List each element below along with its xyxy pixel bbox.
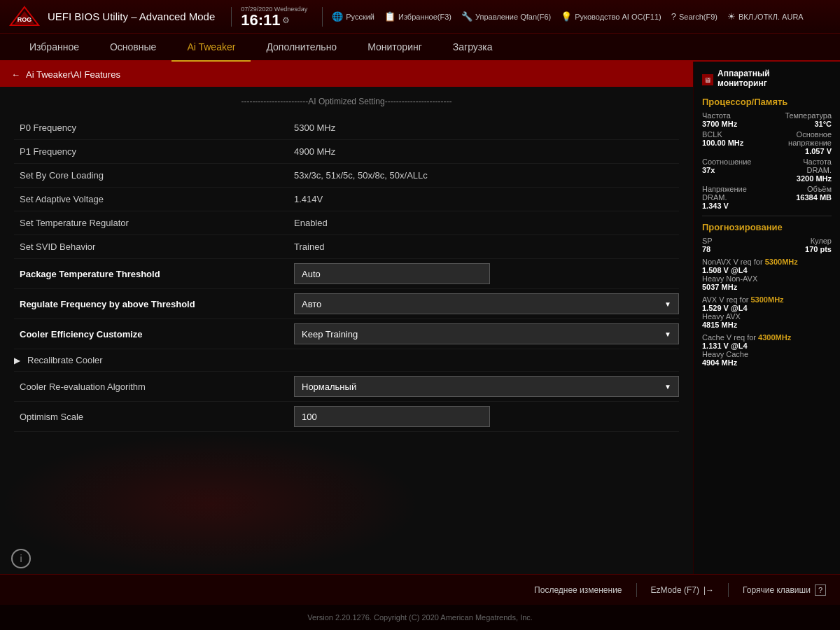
chevron-down-icon-3: ▼ [664, 383, 671, 391]
ezmode-label: EzMode (F7) [651, 585, 699, 595]
setting-p1-frequency: P1 Frequency 4900 MHz [14, 140, 679, 164]
back-arrow-icon[interactable]: ← [11, 69, 20, 80]
nav-ai-tweaker[interactable]: Ai Tweaker [172, 34, 251, 62]
sidebar-mem-size-key: Объём [796, 185, 832, 193]
setting-adaptive-voltage-value: 1.414V [294, 194, 679, 204]
nav-monitor[interactable]: Мониторинг [352, 34, 438, 62]
sidebar-nonavx-row: NonAVX V req for 5300MHz 1.508 V @L4 Hea… [702, 258, 832, 291]
bottom-divider-1 [636, 583, 637, 597]
last-change-button[interactable]: Последнее изменение [534, 585, 622, 595]
bios-title: UEFI BIOS Utility – Advanced Mode [48, 10, 215, 22]
sidebar-cache-freq: 4300MHz [758, 333, 791, 342]
setting-core-loading: Set By Core Loading 53x/3c, 51x/5c, 50x/… [14, 164, 679, 188]
sidebar-forecast-title: Прогнозирование [702, 222, 832, 232]
pkg-temp-input[interactable] [294, 263, 490, 284]
settings-content: ------------------------AI Optimized Set… [0, 87, 693, 574]
language-label: Русский [346, 13, 374, 21]
aura-icon: ☀ [727, 11, 736, 22]
cooler-algo-select[interactable]: Нормальный ▼ [294, 376, 679, 397]
aioc-icon: 💡 [561, 11, 572, 22]
sidebar-ratio-row: Соотношение 37x ЧастотаDRAM. 3200 MHz [702, 158, 832, 183]
regulate-freq-value: Авто [302, 299, 321, 309]
search-label: Search(F9) [679, 13, 718, 21]
recalibrate-arrow-icon: ▶ [14, 356, 20, 365]
info-icon[interactable]: i [11, 549, 31, 568]
sidebar-sp-row: SP 78 Кулер 170 pts [702, 237, 832, 253]
sidebar-avx-val: 1.529 V @L4 [702, 304, 832, 312]
ezmode-button[interactable]: EzMode (F7) |→ [651, 585, 714, 595]
setting-svid-value: Trained [294, 241, 679, 252]
main-layout: ← Ai Tweaker\AI Features ---------------… [0, 62, 840, 574]
ezmode-icon: |→ [704, 585, 714, 595]
setting-cooler-efficiency: Cooler Efficiency Customize Keep Trainin… [14, 319, 679, 349]
sidebar-avx-type-val: 4815 MHz [702, 321, 832, 329]
sidebar-avx-type-key: Heavy AVX [702, 312, 832, 321]
language-icon: 🌐 [332, 11, 343, 22]
favorites-button[interactable]: 📋 Избранное(F3) [384, 11, 451, 22]
cooler-efficiency-value: Keep Training [302, 329, 358, 340]
sidebar-dram-freq-key: ЧастотаDRAM. [797, 158, 832, 174]
setting-core-loading-label: Set By Core Loading [14, 170, 294, 181]
sidebar-cache-row: Cache V req for 4300MHz 1.131 V @L4 Heav… [702, 333, 832, 367]
setting-cooler-efficiency-label: Cooler Efficiency Customize [14, 329, 294, 340]
sidebar-nonavx-freq: 5300MHz [765, 258, 798, 266]
setting-core-loading-value: 53x/3c, 51x/5c, 50x/8c, 50x/ALLc [294, 170, 679, 181]
setting-optimism-label: Optimism Scale [14, 412, 294, 422]
setting-p1-value: 4900 MHz [294, 146, 679, 157]
qfan-icon: 🔧 [461, 11, 472, 22]
nav-main[interactable]: Основные [94, 34, 172, 62]
nav-advanced[interactable]: Дополнительно [251, 34, 352, 62]
sidebar-cache-type-key: Heavy Cache [702, 350, 832, 358]
setting-optimism-scale: Optimism Scale [14, 402, 679, 432]
svg-text:ROG: ROG [18, 16, 32, 23]
sidebar-sp-key: SP [702, 237, 713, 245]
chevron-down-icon-2: ▼ [664, 330, 671, 338]
aura-button[interactable]: ☀ ВКЛ./ОТКЛ. AURA [727, 11, 804, 22]
sidebar-ratio-key: Соотношение [702, 158, 751, 166]
search-button[interactable]: ? Search(F9) [671, 11, 718, 22]
search-icon: ? [671, 11, 676, 22]
gear-icon[interactable]: ⚙ [282, 15, 290, 25]
setting-pkg-temp: Package Temperature Threshold [14, 259, 679, 289]
recalibrate-label[interactable]: Recalibrate Cooler [24, 355, 103, 365]
nav-favorites[interactable]: Избранное [14, 34, 94, 62]
hotkeys-button[interactable]: Горячие клавиши ? [743, 584, 826, 596]
nav-boot[interactable]: Загрузка [438, 34, 508, 62]
ai-header: ------------------------AI Optimized Set… [14, 94, 679, 109]
qfan-button[interactable]: 🔧 Управление Qfan(F6) [461, 11, 551, 22]
setting-temp-regulator-label: Set Temperature Regulator [14, 218, 294, 228]
sidebar-voltage-key: Основноенапряжение [788, 130, 832, 147]
sidebar-monitor-header: 🖥 Аппаратныймониторинг [702, 69, 832, 91]
optimism-scale-input[interactable] [294, 406, 490, 427]
favorites-label: Избранное(F3) [398, 13, 451, 21]
setting-optimism-input-wrapper [294, 406, 679, 427]
sidebar-dram-v-row: НапряжениеDRAM. 1.343 V Объём 16384 MB [702, 185, 832, 210]
sidebar-freq-row: Частота 3700 MHz Температура 31°C [702, 111, 832, 128]
bottom-divider-2 [728, 583, 729, 597]
clock-time: 16:11 [241, 13, 280, 28]
sidebar-mem-size-val: 16384 MB [796, 193, 832, 202]
sidebar-nonavx-type-key: Heavy Non-AVX [702, 274, 832, 283]
footer: Version 2.20.1276. Copyright (C) 2020 Am… [0, 605, 840, 630]
sidebar-cache-val: 1.131 V @L4 [702, 342, 832, 350]
sidebar-cpu-title: Процессор/Память [702, 97, 832, 107]
sidebar-temp-key: Температура [785, 111, 832, 120]
cooler-efficiency-select[interactable]: Keep Training ▼ [294, 323, 679, 344]
bottom-bar: Последнее изменение EzMode (F7) |→ Горяч… [0, 574, 840, 605]
last-change-label: Последнее изменение [534, 585, 622, 595]
setting-svid-label: Set SVID Behavior [14, 241, 294, 252]
sidebar-cache-key: Cache V req for 4300MHz [702, 333, 832, 342]
aioc-label: Руководство AI OC(F11) [575, 13, 662, 21]
divider-2 [322, 7, 323, 27]
sidebar-bclk-row: BCLK 100.00 MHz Основноенапряжение 1.057… [702, 130, 832, 155]
sidebar-nonavx-val: 1.508 V @L4 [702, 266, 832, 274]
sidebar-divider-1 [702, 216, 832, 216]
sidebar-ratio-val: 37x [702, 166, 751, 174]
aioc-button[interactable]: 💡 Руководство AI OC(F11) [561, 11, 662, 22]
setting-pkg-temp-label: Package Temperature Threshold [14, 269, 294, 279]
language-button[interactable]: 🌐 Русский [332, 11, 374, 22]
setting-cooler-efficiency-select-wrapper: Keep Training ▼ [294, 323, 679, 344]
setting-regulate-freq: Regulate Frequency by above Threshold Ав… [14, 289, 679, 319]
regulate-freq-select[interactable]: Авто ▼ [294, 293, 679, 314]
setting-p0-frequency: P0 Frequency 5300 MHz [14, 116, 679, 140]
